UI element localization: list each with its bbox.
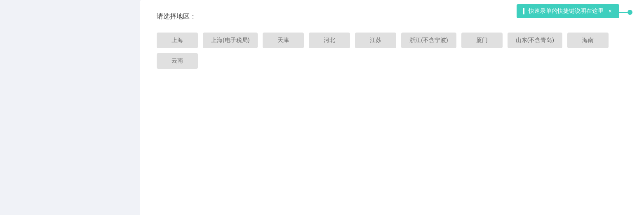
region-button-xiamen[interactable]: 厦门	[461, 33, 503, 48]
region-button-jiangsu[interactable]: 江苏	[355, 33, 396, 48]
tooltip-connector-line	[619, 12, 628, 13]
region-button-shanghai-etax[interactable]: 上海(电子税局)	[203, 33, 258, 48]
tooltip-bar	[523, 8, 524, 14]
region-button-shanghai[interactable]: 上海	[157, 33, 198, 48]
tooltip-text: 快速录单的快捷键说明在这里	[529, 7, 604, 15]
region-buttons-container: 上海上海(电子税局)天津河北江苏浙江(不含宁波)厦门山东(不含青岛)海南云南	[157, 33, 628, 69]
region-button-tianjin[interactable]: 天津	[263, 33, 304, 48]
region-button-shandong[interactable]: 山东(不含青岛)	[508, 33, 562, 48]
region-button-hainan[interactable]: 海南	[567, 33, 609, 48]
main-content: 请选择地区： 上海上海(电子税局)天津河北江苏浙江(不含宁波)厦门山东(不含青岛…	[140, 0, 644, 215]
left-sidebar	[0, 0, 140, 215]
region-button-yunnan[interactable]: 云南	[157, 53, 198, 69]
region-button-hebei[interactable]: 河北	[309, 33, 350, 48]
tooltip-banner: 快速录单的快捷键说明在这里 ×	[517, 4, 619, 18]
region-button-zhejiang[interactable]: 浙江(不含宁波)	[401, 33, 456, 48]
tooltip-close-button[interactable]: ×	[608, 8, 613, 14]
tooltip-connector-dot	[628, 10, 632, 15]
